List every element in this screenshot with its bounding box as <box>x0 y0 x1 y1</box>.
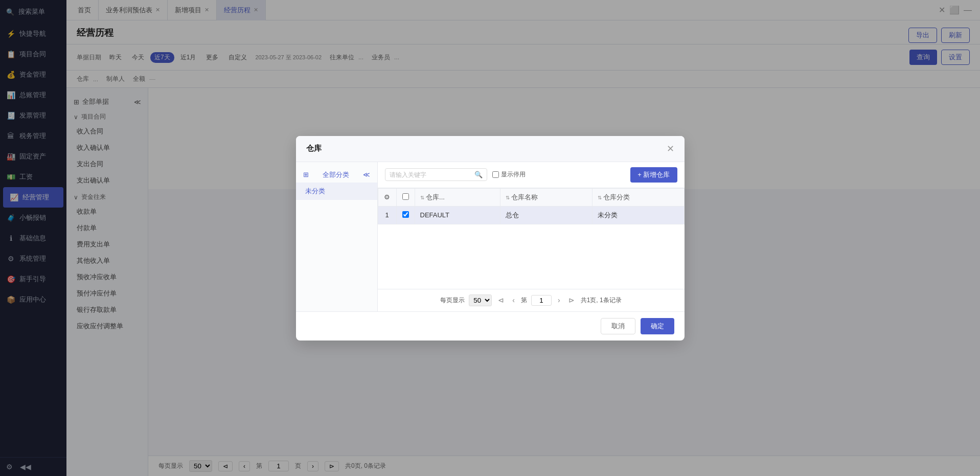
dialog-prev-btn[interactable]: ‹ <box>510 296 517 304</box>
modal-overlay: 仓库 ✕ ⊞ 全部分类 ≪ 未分类 🔍 <box>0 0 980 476</box>
dialog-next-btn[interactable]: › <box>556 296 562 304</box>
th-checkbox <box>396 188 415 206</box>
warehouse-table: ⚙ ⇅ 仓库... ⇅ 仓库名称 ⇅ 仓库分类 1 DEFAULT 总仓 未分类 <box>378 188 685 224</box>
table-header-row: ⚙ ⇅ 仓库... ⇅ 仓库名称 ⇅ 仓库分类 <box>378 188 684 206</box>
row-category: 未分类 <box>592 206 684 224</box>
sort-icon: ⇅ <box>420 195 424 200</box>
row-name: 总仓 <box>500 206 592 224</box>
dialog-right-panel: 🔍 显示停用 + 新增仓库 ⚙ <box>378 162 685 311</box>
dialog-table-body: 1 DEFAULT 总仓 未分类 <box>378 206 684 224</box>
dialog-title: 仓库 <box>306 144 322 153</box>
show-disabled-checkbox[interactable] <box>492 171 499 178</box>
dialog-table-wrap: ⚙ ⇅ 仓库... ⇅ 仓库名称 ⇅ 仓库分类 1 DEFAULT 总仓 未分类 <box>378 188 685 289</box>
row-checkbox[interactable] <box>396 206 415 224</box>
show-disabled-text: 显示停用 <box>501 170 526 179</box>
dialog-left-items: 未分类 <box>296 183 377 200</box>
dialog-body: ⊞ 全部分类 ≪ 未分类 🔍 显示停用 <box>296 162 685 311</box>
dialog-last-btn[interactable]: ⊳ <box>566 296 577 304</box>
sort-icon3: ⇅ <box>598 195 602 200</box>
table-row[interactable]: 1 DEFAULT 总仓 未分类 <box>378 206 684 224</box>
dialog-category-未分类[interactable]: 未分类 <box>296 183 377 200</box>
dialog-toolbar: 🔍 显示停用 + 新增仓库 <box>378 162 685 188</box>
dialog-page-label: 第 <box>521 296 527 305</box>
th-category: ⇅ 仓库分类 <box>592 188 684 206</box>
dialog-close-button[interactable]: ✕ <box>667 143 674 154</box>
dialog-left-panel: ⊞ 全部分类 ≪ 未分类 <box>296 162 378 311</box>
th-code: ⇅ 仓库... <box>415 188 500 206</box>
dialog-pagination: 每页显示 50 ⊲ ‹ 第 › ⊳ 共1页, 1条记录 <box>378 289 685 311</box>
dialog-actions: 取消 确定 <box>296 311 685 341</box>
table-header: ⚙ ⇅ 仓库... ⇅ 仓库名称 ⇅ 仓库分类 <box>378 188 684 206</box>
select-all-checkbox[interactable] <box>402 193 409 200</box>
dialog-page-size-label: 每页显示 <box>440 296 465 305</box>
cancel-button[interactable]: 取消 <box>601 318 635 334</box>
dialog-all-category[interactable]: ⊞ 全部分类 ≪ <box>296 167 377 183</box>
dialog-page-size-select[interactable]: 50 <box>469 294 492 306</box>
dialog-search-box[interactable]: 🔍 <box>385 168 487 181</box>
confirm-button[interactable]: 确定 <box>641 318 674 334</box>
gear-icon: ⚙ <box>384 193 390 201</box>
grid-icon2: ⊞ <box>303 171 309 178</box>
dialog-search-input[interactable] <box>390 171 471 178</box>
th-name: ⇅ 仓库名称 <box>500 188 592 206</box>
search-icon2: 🔍 <box>474 171 483 178</box>
row-code: DEFAULT <box>415 206 500 224</box>
sort-icon2: ⇅ <box>506 195 510 200</box>
th-gear: ⚙ <box>378 188 396 206</box>
dialog-header: 仓库 ✕ <box>296 136 685 162</box>
dialog-page-input[interactable] <box>531 295 552 306</box>
all-category-label: 全部分类 <box>323 170 349 179</box>
add-warehouse-button[interactable]: + 新增仓库 <box>630 167 677 183</box>
dialog-total: 共1页, 1条记录 <box>581 296 622 305</box>
show-disabled-label[interactable]: 显示停用 <box>492 170 526 179</box>
warehouse-dialog: 仓库 ✕ ⊞ 全部分类 ≪ 未分类 🔍 <box>296 136 685 341</box>
row-check-1[interactable] <box>402 211 409 218</box>
collapse-left-icon[interactable]: ≪ <box>363 171 370 178</box>
row-id: 1 <box>378 206 396 224</box>
dialog-first-btn[interactable]: ⊲ <box>496 296 506 304</box>
